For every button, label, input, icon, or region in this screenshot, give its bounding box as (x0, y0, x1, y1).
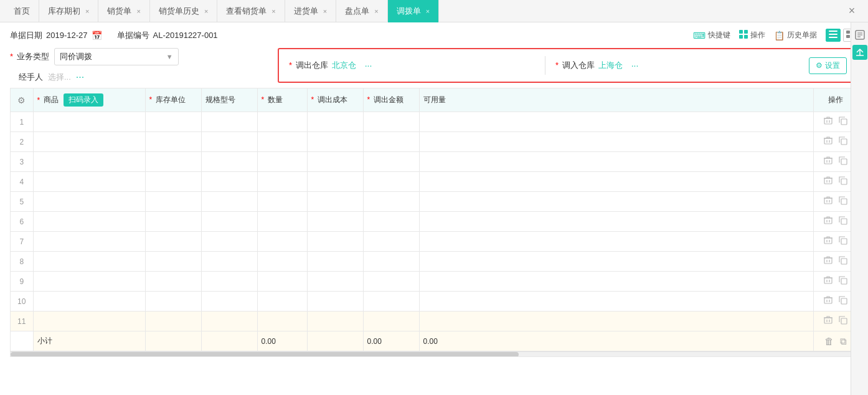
business-type-select[interactable]: 同价调拨 ▼ (54, 48, 179, 65)
person-placeholder[interactable]: 选择... (48, 72, 71, 83)
sidebar-export-icon[interactable] (852, 45, 867, 60)
row-transfer-cost[interactable] (307, 172, 363, 192)
warehouse-in-more-icon[interactable]: ··· (631, 60, 639, 70)
tab-purchase-order[interactable]: 进货单 × (285, 0, 336, 22)
summary-copy-icon[interactable]: ⧉ (840, 336, 847, 347)
tab-purchase-order-close[interactable]: × (323, 7, 327, 15)
row-available-qty[interactable] (419, 272, 814, 292)
setting-button[interactable]: ⚙ 设置 (809, 57, 847, 74)
delete-row-icon[interactable] (824, 156, 833, 167)
row-spec[interactable] (201, 132, 257, 152)
tab-inventory-count-close[interactable]: × (374, 7, 378, 15)
gear-icon[interactable]: ⚙ (17, 95, 26, 105)
row-product[interactable] (33, 272, 145, 292)
row-available-qty[interactable] (419, 132, 814, 152)
copy-row-icon[interactable] (839, 176, 847, 187)
row-product[interactable] (33, 232, 145, 252)
row-transfer-amount[interactable] (363, 192, 419, 212)
row-spec[interactable] (201, 292, 257, 312)
history-action[interactable]: 📋 历史单据 (774, 30, 817, 40)
scan-button[interactable]: 扫码录入 (64, 93, 103, 107)
date-value[interactable]: 2019-12-27 (46, 31, 88, 40)
row-available-qty[interactable] (419, 172, 814, 192)
row-qty[interactable] (257, 212, 307, 232)
row-stock-unit[interactable] (145, 172, 201, 192)
warehouse-in-value[interactable]: 上海仓 (598, 60, 623, 71)
delete-row-icon[interactable] (824, 296, 833, 307)
row-stock-unit[interactable] (145, 312, 201, 331)
row-stock-unit[interactable] (145, 232, 201, 252)
row-product[interactable] (33, 172, 145, 192)
row-spec[interactable] (201, 232, 257, 252)
row-qty[interactable] (257, 152, 307, 172)
tab-transfer-order[interactable]: 调拨单 × (388, 0, 439, 22)
number-value[interactable]: AL-20191227-001 (153, 31, 218, 40)
delete-row-icon[interactable] (824, 236, 833, 247)
row-stock-unit[interactable] (145, 252, 201, 272)
row-product[interactable] (33, 152, 145, 172)
copy-row-icon[interactable] (839, 276, 847, 287)
sidebar-note-icon[interactable] (852, 27, 867, 42)
row-transfer-cost[interactable] (307, 192, 363, 212)
tab-sales-order[interactable]: 销货单 × (98, 0, 149, 22)
tab-transfer-order-close[interactable]: × (426, 7, 430, 15)
calendar-icon[interactable]: 📅 (92, 31, 102, 40)
row-transfer-cost[interactable] (307, 112, 363, 132)
row-transfer-amount[interactable] (363, 232, 419, 252)
copy-row-icon[interactable] (839, 196, 847, 207)
row-spec[interactable] (201, 312, 257, 331)
row-product[interactable] (33, 192, 145, 212)
row-transfer-amount[interactable] (363, 272, 419, 292)
row-transfer-amount[interactable] (363, 132, 419, 152)
row-qty[interactable] (257, 312, 307, 331)
row-transfer-cost[interactable] (307, 232, 363, 252)
tab-inventory-init-close[interactable]: × (85, 7, 89, 15)
row-product[interactable] (33, 252, 145, 272)
row-transfer-amount[interactable] (363, 312, 419, 331)
row-product[interactable] (33, 132, 145, 152)
row-spec[interactable] (201, 112, 257, 132)
tab-sales-order-close[interactable]: × (136, 7, 140, 15)
row-qty[interactable] (257, 292, 307, 312)
row-available-qty[interactable] (419, 152, 814, 172)
row-spec[interactable] (201, 272, 257, 292)
row-stock-unit[interactable] (145, 272, 201, 292)
shortcut-action[interactable]: ⌨ 快捷键 (693, 30, 730, 40)
row-qty[interactable] (257, 112, 307, 132)
row-transfer-amount[interactable] (363, 152, 419, 172)
row-transfer-cost[interactable] (307, 152, 363, 172)
row-spec[interactable] (201, 252, 257, 272)
row-transfer-amount[interactable] (363, 172, 419, 192)
copy-row-icon[interactable] (839, 316, 847, 326)
row-spec[interactable] (201, 192, 257, 212)
delete-row-icon[interactable] (824, 276, 833, 287)
copy-row-icon[interactable] (839, 156, 847, 167)
row-stock-unit[interactable] (145, 112, 201, 132)
row-available-qty[interactable] (419, 232, 814, 252)
summary-delete-icon[interactable]: 🗑 (824, 336, 834, 346)
row-qty[interactable] (257, 172, 307, 192)
row-transfer-amount[interactable] (363, 252, 419, 272)
copy-row-icon[interactable] (839, 117, 847, 127)
tab-view-sales[interactable]: 查看销货单 × (217, 0, 285, 22)
delete-row-icon[interactable] (824, 117, 833, 127)
row-available-qty[interactable] (419, 312, 814, 331)
copy-row-icon[interactable] (839, 256, 847, 267)
row-transfer-cost[interactable] (307, 252, 363, 272)
warehouse-out-more-icon[interactable]: ··· (365, 60, 372, 70)
copy-row-icon[interactable] (839, 296, 847, 307)
row-product[interactable] (33, 292, 145, 312)
person-more-icon[interactable]: ··· (76, 72, 84, 83)
row-transfer-cost[interactable] (307, 272, 363, 292)
row-qty[interactable] (257, 272, 307, 292)
delete-row-icon[interactable] (824, 216, 833, 227)
row-transfer-cost[interactable] (307, 132, 363, 152)
warehouse-out-value[interactable]: 北京仓 (332, 60, 356, 71)
row-transfer-cost[interactable] (307, 312, 363, 331)
delete-row-icon[interactable] (824, 316, 833, 326)
copy-row-icon[interactable] (839, 136, 847, 147)
tab-inventory-init[interactable]: 库存期初 × (39, 0, 98, 22)
row-stock-unit[interactable] (145, 192, 201, 212)
row-stock-unit[interactable] (145, 292, 201, 312)
row-stock-unit[interactable] (145, 132, 201, 152)
